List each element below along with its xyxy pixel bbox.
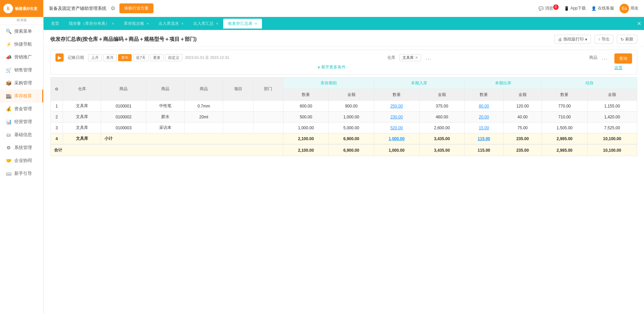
cell-code: 0100003 bbox=[101, 122, 146, 133]
topbar-right: 💬 消息 6 📱 App下载 👤 在线客服 Ea 用友 bbox=[539, 4, 639, 13]
th-code: 商品 bbox=[101, 78, 146, 101]
sidebar-item-marketing[interactable]: 📣 营销推广 bbox=[0, 51, 43, 64]
subtotal-in-qty[interactable]: 1,000.00 bbox=[374, 133, 419, 145]
sidebar-item-search[interactable]: 🔍 搜索菜单 bbox=[0, 25, 43, 38]
date-range-display: 2023-01-01 至 2023-12-31 bbox=[185, 55, 229, 60]
cell-no: 1 bbox=[51, 101, 63, 112]
th-group-balance: 结存 bbox=[542, 78, 637, 89]
cell-opening-amt: 5,000.00 bbox=[329, 122, 374, 133]
sidebar-item-purchase[interactable]: 📦 采购管理 bbox=[0, 77, 43, 89]
cell-in-amt: 375.00 bbox=[419, 101, 464, 112]
sidebar-item-system[interactable]: ⚙ 系统管理 bbox=[0, 141, 43, 154]
cell-code: 0100002 bbox=[101, 112, 146, 122]
date-btn-this-month[interactable]: 本月 bbox=[103, 54, 117, 61]
subtotal-out-qty[interactable]: 115.00 bbox=[465, 133, 503, 145]
sidebar-logo: 6 畅捷通好生意 bbox=[0, 0, 43, 17]
cell-out-amt: 75.00 bbox=[503, 122, 542, 133]
sidebar-item-enterprise[interactable]: 🤝 企业协同 bbox=[0, 154, 43, 167]
cell-in-qty[interactable]: 230.00 bbox=[374, 112, 419, 122]
subtotal-no: 4 bbox=[51, 133, 63, 145]
total-opening-amt: 6,900.00 bbox=[329, 144, 374, 156]
page-title: 收发存汇总表(按仓库＋商品编码＋商品＋规格型号＋项目＋部门) bbox=[50, 36, 197, 43]
expand-more-btn[interactable]: ▾ 展开更多条件 bbox=[318, 64, 346, 70]
inventory-icon: 🏬 bbox=[5, 93, 12, 99]
subtotal-out-amt: 235.00 bbox=[503, 133, 542, 145]
table-row: 1 文具库 0100001 中性笔 0.7mm 600.00 900.00 25… bbox=[51, 101, 637, 112]
tab-batch[interactable]: 库存批次账 ✕ bbox=[119, 19, 154, 29]
th-group-in: 本期入库 bbox=[374, 78, 465, 89]
tab-close-stock-dist[interactable]: ✕ bbox=[112, 22, 114, 26]
filter-row1: ▶ 记账日期 上月 本月 本年 近7天 更多 自定义 2023-01-01 至 … bbox=[55, 53, 608, 62]
tab-home[interactable]: 首页 bbox=[46, 19, 64, 29]
date-btn-7days[interactable]: 近7天 bbox=[133, 54, 149, 61]
message-icon: 💬 bbox=[539, 6, 544, 11]
data-table: ⚙ 仓库 商品 商品 商品 项目 部门 库存期初 本期入库 本期出库 结存 bbox=[50, 77, 637, 156]
tab-close-inout-flow[interactable]: ✕ bbox=[181, 22, 184, 26]
sidebar-item-quick[interactable]: ⚡ 快捷导航 bbox=[0, 38, 43, 51]
close-all-tabs-btn[interactable]: ✕ bbox=[637, 20, 641, 27]
th-settings[interactable]: ⚙ bbox=[51, 78, 63, 101]
date-btn-more[interactable]: 更多 bbox=[150, 54, 164, 61]
date-btn-this-year[interactable]: 本年 bbox=[118, 54, 132, 61]
total-label: 合计 bbox=[51, 144, 283, 156]
message-btn[interactable]: 💬 消息 6 bbox=[539, 5, 559, 11]
tab-stock-dist[interactable]: 现存量（库存分布表） ✕ bbox=[64, 19, 119, 29]
subtotal-warehouse: 文具库 bbox=[63, 133, 101, 145]
filter-toggle-btn[interactable]: ▶ bbox=[55, 53, 64, 62]
refresh-icon: ↻ bbox=[621, 37, 624, 42]
sidebar-version-label: 标准版 bbox=[0, 17, 43, 25]
tab-inout-summary[interactable]: 出入库汇总 ✕ bbox=[188, 19, 223, 29]
cell-out-qty[interactable]: 20.00 bbox=[465, 112, 503, 122]
cell-opening-qty: 1,000.00 bbox=[283, 122, 329, 133]
guide-icon: 📖 bbox=[5, 171, 12, 176]
system-icon: ⚙ bbox=[5, 145, 12, 150]
tab-inout-flow[interactable]: 出入库流水 ✕ bbox=[154, 19, 188, 29]
export-btn[interactable]: ↑ 导出 bbox=[594, 35, 613, 44]
sidebar-item-operation[interactable]: 📊 经营管理 bbox=[0, 115, 43, 128]
cell-no: 2 bbox=[51, 112, 63, 122]
tab-close-recv-send[interactable]: ✕ bbox=[254, 22, 257, 26]
cell-dept bbox=[253, 101, 283, 112]
table-settings-link[interactable]: 设置 bbox=[614, 65, 632, 71]
table-settings-icon: ⚙ bbox=[55, 87, 59, 92]
th-dept: 部门 bbox=[253, 78, 283, 101]
cell-in-qty[interactable]: 520.00 bbox=[374, 122, 419, 133]
app-download-btn[interactable]: 📱 App下载 bbox=[564, 5, 586, 11]
print-btn[interactable]: 🖨 拣纸版打印 ▾ bbox=[554, 35, 591, 44]
total-in-qty: 1,000.00 bbox=[374, 144, 419, 156]
tab-close-batch[interactable]: ✕ bbox=[146, 22, 149, 26]
tab-recv-send[interactable]: 收发存汇总表 ✕ bbox=[223, 19, 262, 29]
print-icon: 🖨 bbox=[558, 37, 562, 42]
date-btn-last-month[interactable]: 上月 bbox=[88, 54, 102, 61]
cell-out-qty[interactable]: 15.00 bbox=[465, 122, 503, 133]
online-service-btn[interactable]: 👤 在线客服 bbox=[591, 5, 614, 11]
total-out-qty: 115.00 bbox=[465, 144, 503, 156]
goods-more-btn[interactable]: … bbox=[601, 54, 608, 61]
experience-btn[interactable]: 体验行业方案 bbox=[119, 3, 153, 13]
user-menu[interactable]: Ea 用友 bbox=[620, 4, 639, 13]
cell-opening-qty: 600.00 bbox=[283, 101, 329, 112]
query-btn[interactable]: 查询 bbox=[614, 53, 632, 64]
warehouse-more-btn[interactable]: … bbox=[425, 54, 431, 61]
cell-warehouse: 文具库 bbox=[63, 122, 101, 133]
cell-balance-qty: 770.00 bbox=[542, 101, 587, 112]
basic-icon: 🗂 bbox=[5, 132, 12, 137]
sidebar-item-inventory[interactable]: 🏬 库存核算 bbox=[0, 89, 43, 102]
tab-close-inout-summary[interactable]: ✕ bbox=[216, 22, 218, 26]
cell-in-amt: 2,600.00 bbox=[419, 122, 464, 133]
sidebar-item-basic[interactable]: 🗂 基础信息 bbox=[0, 128, 43, 141]
gear-icon[interactable]: ⚙ bbox=[111, 5, 115, 12]
sidebar-item-guide[interactable]: 📖 新手引导 bbox=[0, 167, 43, 180]
cell-out-qty[interactable]: 80.00 bbox=[465, 101, 503, 112]
date-label: 记账日期 bbox=[68, 55, 84, 61]
sidebar-item-sales[interactable]: 🛒 销售管理 bbox=[0, 64, 43, 77]
warehouse-tag-close[interactable]: ✕ bbox=[415, 55, 418, 60]
page-content: 收发存汇总表(按仓库＋商品编码＋商品＋规格型号＋项目＋部门) 🖨 拣纸版打印 ▾… bbox=[44, 30, 644, 314]
date-btn-custom[interactable]: 自定义 bbox=[165, 54, 182, 61]
refresh-btn[interactable]: ↻ 刷新 bbox=[617, 35, 637, 44]
finance-icon: 💰 bbox=[5, 106, 12, 112]
export-icon: ↑ bbox=[598, 37, 600, 42]
cell-name: 中性笔 bbox=[146, 101, 184, 112]
sidebar-item-finance[interactable]: 💰 资金管理 bbox=[0, 102, 43, 115]
cell-in-qty[interactable]: 250.00 bbox=[374, 101, 419, 112]
